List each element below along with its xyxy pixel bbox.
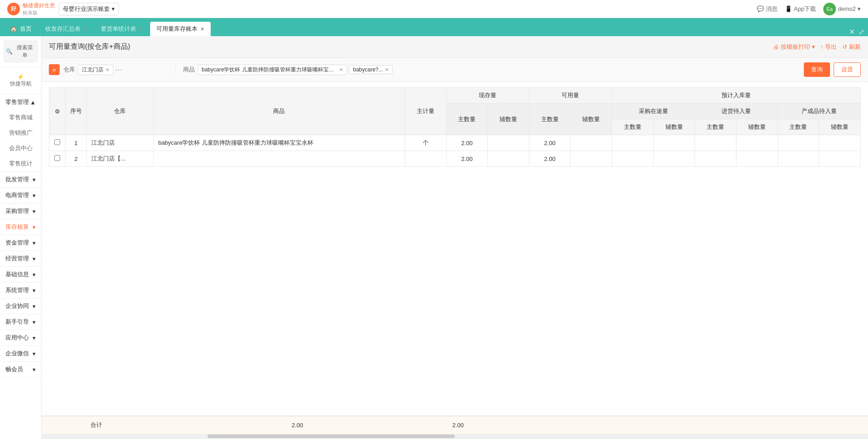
no-col-header: 序号 bbox=[66, 88, 87, 135]
settings-col-header[interactable]: ⚙ bbox=[49, 88, 66, 135]
sidebar-section-wechat: 企业微信 ▾ bbox=[0, 346, 41, 362]
sidebar-finance-header[interactable]: 资金管理 ▾ bbox=[0, 235, 41, 250]
sidebar-section-basic: 基础信息 ▾ bbox=[0, 267, 41, 283]
maximize-icon[interactable]: ⤢ bbox=[859, 28, 864, 36]
sidebar-system-header[interactable]: 系统管理 ▾ bbox=[0, 283, 41, 298]
sidebar-purchase-header[interactable]: 采购管理 ▾ bbox=[0, 203, 41, 219]
chevron-icon: ▾ bbox=[33, 303, 36, 310]
table-footer: 合计 2.00 2.00 bbox=[42, 415, 868, 434]
logo-icon: 好 bbox=[7, 3, 20, 15]
chevron-down-icon: ▾ bbox=[858, 5, 861, 12]
tag-remove-icon[interactable]: ✕ bbox=[339, 67, 343, 73]
horizontal-scrollbar[interactable] bbox=[42, 434, 868, 439]
sidebar-section-system: 系统管理 ▾ bbox=[0, 283, 41, 298]
tab-receive-send[interactable]: 收发存汇总表 ✕ bbox=[39, 22, 94, 36]
tab-close-icon[interactable]: ✕ bbox=[200, 26, 204, 32]
warehouse-tag[interactable]: 江北门店 ✕ bbox=[78, 65, 113, 75]
product-tag-2[interactable]: babycare?... ✕ bbox=[349, 65, 393, 74]
sidebar-search: 🔍 搜索菜单 bbox=[0, 36, 41, 67]
row-production-aux bbox=[819, 151, 861, 167]
tab-order-stats[interactable]: 要货单统计表 ✕ bbox=[94, 22, 149, 36]
tab-home[interactable]: 🏠 首页 bbox=[4, 22, 38, 36]
incoming-header: 进货待入量 bbox=[695, 104, 778, 119]
row-purchase-main bbox=[612, 135, 654, 151]
sidebar-member-header[interactable]: 畅会员 ▾ bbox=[0, 362, 41, 377]
top-bar-left: 好 畅捷通好生意 标准版 母婴行业演示账套 ▾ bbox=[7, 2, 119, 16]
sidebar-section-wholesale: 批发管理 ▾ bbox=[0, 172, 41, 188]
sidebar-item-retail-mall[interactable]: 零售商城 bbox=[0, 110, 41, 125]
quick-nav-icon: ⚡ bbox=[17, 74, 24, 80]
top-bar-right: 💬 消息 📱 App下载 Ea demo2 ▾ bbox=[757, 3, 861, 15]
purchase-aux-header: 辅数量 bbox=[653, 119, 695, 135]
refresh-button[interactable]: ↺ 刷新 bbox=[842, 43, 861, 51]
expand-filter-button[interactable]: » bbox=[49, 64, 60, 75]
settings-button[interactable]: 设置 bbox=[834, 62, 861, 77]
search-menu-button[interactable]: 🔍 搜索菜单 bbox=[4, 41, 38, 62]
footer-table: 合计 2.00 2.00 bbox=[49, 416, 861, 434]
message-icon: 💬 bbox=[757, 5, 764, 12]
current-aux-qty-header: 辅数量 bbox=[488, 104, 529, 135]
tab-close-icon[interactable]: ✕ bbox=[83, 26, 87, 32]
more-options-icon[interactable]: ··· bbox=[115, 65, 122, 75]
row-purchase-aux bbox=[653, 135, 695, 151]
messages-button[interactable]: 💬 消息 bbox=[757, 5, 778, 13]
production-aux-header: 辅数量 bbox=[819, 119, 861, 135]
table-row: 1 江北门店 babycare学饮杯 儿童防摔防撞吸管杯重力球吸嘴杯宝宝水杯 个… bbox=[49, 135, 861, 151]
app-download-button[interactable]: 📱 App下载 bbox=[785, 5, 816, 13]
data-table: ⚙ 序号 仓库 商品 主计量 现存量 可用量 预计入库量 主数量 辅数量 主数量… bbox=[49, 87, 861, 167]
sidebar-guide-header[interactable]: 新手引导 ▾ bbox=[0, 314, 41, 330]
industry-selector[interactable]: 母婴行业演示账套 ▾ bbox=[59, 3, 119, 15]
chevron-down-icon: ▾ bbox=[812, 43, 815, 50]
tag-remove-icon[interactable]: ✕ bbox=[105, 67, 109, 73]
main-layout: 🔍 搜索菜单 ⚡ 快捷导航 零售管理 ▲ 零售商城 营销推广 会员中心 零售统计… bbox=[0, 36, 868, 439]
sidebar-section-operations: 经营管理 ▾ bbox=[0, 251, 41, 267]
estimated-in-header: 预计入库量 bbox=[612, 88, 861, 104]
sidebar-wechat-header[interactable]: 企业微信 ▾ bbox=[0, 346, 41, 361]
sidebar-section-finance: 资金管理 ▾ bbox=[0, 235, 41, 251]
product-label: 商品 bbox=[183, 66, 195, 74]
row-checkbox[interactable] bbox=[49, 135, 66, 151]
tab-close-icon[interactable]: ✕ bbox=[139, 26, 143, 32]
row-checkbox[interactable] bbox=[49, 151, 66, 167]
sidebar: 🔍 搜索菜单 ⚡ 快捷导航 零售管理 ▲ 零售商城 营销推广 会员中心 零售统计… bbox=[0, 36, 42, 439]
chevron-icon: ▾ bbox=[33, 335, 36, 341]
row-production-aux bbox=[819, 135, 861, 151]
tab-available-stock[interactable]: 可用量库存账本 ✕ bbox=[150, 22, 211, 36]
sidebar-ecommerce-header[interactable]: 电商管理 ▾ bbox=[0, 188, 41, 203]
tag-remove-icon[interactable]: ✕ bbox=[385, 67, 389, 73]
print-button[interactable]: 🖨 按模板打印 ▾ bbox=[773, 43, 815, 51]
scroll-thumb[interactable] bbox=[208, 434, 455, 438]
export-button[interactable]: ↑ 导出 bbox=[821, 43, 837, 51]
sidebar-item-quick-nav[interactable]: ⚡ 快捷导航 bbox=[0, 70, 41, 91]
sidebar-item-marketing[interactable]: 营销推广 bbox=[0, 125, 41, 141]
current-main-qty-header: 主数量 bbox=[446, 104, 488, 135]
sidebar-section-apps: 应用中心 ▾ bbox=[0, 330, 41, 346]
row-current-aux bbox=[488, 151, 529, 167]
sidebar-item-retail-stats[interactable]: 零售统计 bbox=[0, 156, 41, 171]
sidebar-operations-header[interactable]: 经营管理 ▾ bbox=[0, 251, 41, 266]
sidebar-apps-header[interactable]: 应用中心 ▾ bbox=[0, 330, 41, 345]
sidebar-basic-header[interactable]: 基础信息 ▾ bbox=[0, 267, 41, 282]
user-menu[interactable]: Ea demo2 ▾ bbox=[823, 3, 861, 15]
sidebar-retail-header[interactable]: 零售管理 ▲ bbox=[0, 94, 41, 110]
close-tab-icon[interactable]: ✕ bbox=[849, 28, 855, 36]
warehouse-tags: 江北门店 ✕ ··· bbox=[78, 65, 168, 75]
chevron-icon: ▾ bbox=[33, 240, 36, 246]
sidebar-section-purchase: 采购管理 ▾ bbox=[0, 203, 41, 219]
sidebar-wholesale-header[interactable]: 批发管理 ▾ bbox=[0, 172, 41, 187]
query-button[interactable]: 查询 bbox=[804, 62, 830, 77]
sidebar-inventory-header[interactable]: 库存核算 ▾ bbox=[0, 219, 41, 235]
product-filter: 商品 babycare学饮杯 儿童防摔防撞吸管杯重力球吸嘴杯宝宝水杯 ✕ bab… bbox=[183, 65, 393, 75]
chevron-icon: ▾ bbox=[33, 255, 36, 262]
sidebar-enterprise-header[interactable]: 企业协同 ▾ bbox=[0, 298, 41, 314]
unit-col-header: 主计量 bbox=[405, 88, 446, 135]
product-tag-1[interactable]: babycare学饮杯 儿童防摔防撞吸管杯重力球吸嘴杯宝宝水杯 ✕ bbox=[198, 65, 347, 75]
sidebar-item-member-center[interactable]: 会员中心 bbox=[0, 141, 41, 156]
filter-actions: 查询 设置 bbox=[804, 62, 861, 77]
home-icon: 🏠 bbox=[10, 26, 17, 33]
incoming-main-header: 主数量 bbox=[695, 119, 736, 135]
row-incoming-main bbox=[695, 151, 736, 167]
row-no: 1 bbox=[66, 135, 87, 151]
row-available-aux bbox=[571, 135, 612, 151]
chevron-icon: ▾ bbox=[33, 366, 36, 373]
